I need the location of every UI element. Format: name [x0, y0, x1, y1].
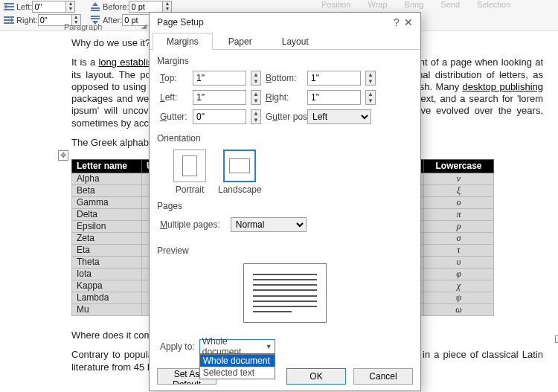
orientation-row: Portrait Landscape — [173, 150, 413, 195]
indent-left-label: Left: — [16, 2, 32, 11]
margin-gutter-spinner[interactable]: ▲▼ — [251, 109, 261, 124]
paragraph-group-label: Paragraph — [64, 22, 102, 31]
cell-lowercase[interactable]: ω — [424, 304, 494, 316]
cell-letter-name[interactable]: Beta — [72, 185, 142, 197]
cell-lowercase[interactable]: ο — [424, 197, 494, 209]
cell-letter-name[interactable]: Gamma — [72, 197, 142, 209]
margin-bottom-input[interactable] — [307, 71, 361, 86]
section-orientation-label: Orientation — [157, 133, 413, 144]
landscape-page-icon — [229, 158, 250, 173]
margin-top-input[interactable] — [193, 71, 246, 86]
ok-button[interactable]: OK — [286, 368, 346, 385]
svg-marker-8 — [92, 2, 98, 6]
dialog-footer: Set As Default OK Cancel — [150, 364, 420, 391]
multiple-pages-select[interactable]: Normal — [231, 217, 307, 232]
cell-letter-name[interactable]: Alpha — [72, 173, 142, 185]
tab-layout[interactable]: Layout — [268, 33, 323, 50]
margin-right-spinner[interactable]: ▲▼ — [365, 90, 376, 105]
section-pages-label: Pages — [157, 201, 413, 211]
table-resize-handle-icon[interactable] — [555, 335, 558, 343]
th-letter-name[interactable]: Letter name — [72, 160, 142, 173]
cell-lowercase[interactable]: σ — [424, 233, 494, 245]
dialog-tabs: Margins Paper Layout — [150, 32, 420, 50]
margin-right-label: Right: — [266, 92, 307, 103]
tab-paper[interactable]: Paper — [214, 33, 266, 50]
orientation-landscape[interactable]: Landscape — [218, 150, 262, 195]
orientation-landscape-label: Landscape — [218, 184, 262, 195]
portrait-page-icon — [182, 155, 197, 176]
cancel-button[interactable]: Cancel — [353, 368, 413, 385]
paragraph-launcher-icon[interactable]: ◢ — [141, 22, 147, 30]
cell-letter-name[interactable]: Kappa — [72, 280, 142, 292]
apply-to-combobox[interactable]: Whole document ▼ Whole document Selected… — [199, 339, 275, 354]
cell-letter-name[interactable]: Delta — [72, 209, 142, 221]
cell-lowercase[interactable]: π — [424, 209, 494, 221]
cell-letter-name[interactable]: Zeta — [72, 233, 142, 245]
svg-rect-9 — [91, 7, 100, 9]
cell-lowercase[interactable]: φ — [424, 269, 494, 280]
dialog-help-icon[interactable]: ? — [391, 16, 403, 28]
margin-top-spinner[interactable]: ▲▼ — [251, 71, 261, 86]
doc-link-desktop-publishing[interactable]: desktop publishing — [463, 81, 543, 92]
ribbon-wrap[interactable]: Wrap — [368, 0, 387, 9]
indent-right-icon — [3, 14, 15, 26]
margin-right-input[interactable] — [307, 90, 361, 105]
cell-letter-name[interactable]: Epsilon — [72, 221, 142, 233]
ribbon-selection[interactable]: Selection — [477, 0, 510, 9]
ribbon-bring[interactable]: Bring — [405, 0, 424, 9]
tab-margins[interactable]: Margins — [153, 33, 213, 50]
margin-left-spinner[interactable]: ▲▼ — [251, 90, 261, 105]
indent-left-icon — [3, 1, 15, 13]
gutter-position-select[interactable]: Left — [307, 109, 371, 124]
cell-letter-name[interactable]: Lambda — [72, 292, 142, 304]
svg-rect-2 — [4, 9, 14, 10]
orientation-portrait[interactable]: Portrait — [173, 150, 206, 195]
indent-left-spinner[interactable]: ▲▼ — [66, 1, 75, 13]
svg-rect-0 — [4, 3, 14, 4]
table-move-handle-icon[interactable]: ✥ — [58, 150, 68, 161]
svg-rect-11 — [91, 16, 100, 17]
cell-lowercase[interactable]: ν — [424, 173, 494, 185]
th-lowercase[interactable]: Lowercase — [424, 160, 494, 173]
margin-top-label: Top: — [160, 73, 193, 83]
apply-to-dropdown-list: Whole document Selected text — [199, 354, 275, 379]
cell-letter-name[interactable]: Eta — [72, 245, 142, 257]
dialog-close-icon[interactable]: ✕ — [403, 16, 414, 28]
indent-right-label: Right: — [16, 16, 38, 25]
spacing-before-spinner[interactable]: ▲▼ — [163, 1, 172, 13]
cell-lowercase[interactable]: χ — [424, 280, 494, 292]
cell-lowercase[interactable]: ξ — [424, 185, 494, 197]
ribbon-send[interactable]: Send — [440, 0, 460, 9]
cell-lowercase[interactable]: ρ — [424, 221, 494, 233]
ribbon-right-fragment: Position Wrap Bring Send Selection Group — [307, 0, 551, 9]
margins-grid: Top: ▲▼ Bottom: ▲▼ Left: ▲▼ Right: ▲▼ Gu… — [160, 71, 413, 124]
multiple-pages-label: Multiple pages: — [160, 219, 220, 230]
svg-marker-7 — [11, 18, 14, 22]
cell-letter-name[interactable]: Iota — [72, 269, 142, 280]
ribbon-position[interactable]: Position — [321, 0, 350, 9]
dialog-body: Margins Top: ▲▼ Bottom: ▲▼ Left: ▲▼ Righ… — [150, 50, 420, 364]
cell-lowercase[interactable]: τ — [424, 245, 494, 257]
chevron-down-icon: ▼ — [266, 343, 272, 350]
apply-option-selected-text[interactable]: Selected text — [200, 367, 275, 379]
margin-bottom-spinner[interactable]: ▲▼ — [365, 71, 376, 86]
svg-rect-10 — [91, 10, 100, 11]
apply-option-whole-document[interactable]: Whole document — [200, 355, 275, 367]
cell-lowercase[interactable]: υ — [424, 257, 494, 269]
preview-page-icon — [243, 263, 327, 323]
page-setup-dialog: Page Setup ? ✕ Margins Paper Layout Marg… — [149, 12, 421, 391]
svg-rect-6 — [4, 22, 14, 24]
cell-lowercase[interactable]: ψ — [424, 292, 494, 304]
indent-left-input[interactable] — [32, 1, 66, 13]
margin-bottom-label: Bottom: — [266, 73, 307, 83]
gutter-position-label: Gutter position: — [266, 112, 307, 122]
margin-gutter-input[interactable] — [193, 109, 246, 124]
spacing-before-input[interactable] — [129, 1, 163, 13]
cell-letter-name[interactable]: Theta — [72, 257, 142, 269]
cell-letter-name[interactable]: Mu — [72, 304, 142, 316]
margin-gutter-label: Gutter: — [160, 112, 193, 122]
margin-left-label: Left: — [160, 92, 193, 103]
margin-left-input[interactable] — [193, 90, 246, 105]
svg-rect-1 — [7, 6, 14, 7]
dialog-titlebar[interactable]: Page Setup ? ✕ — [150, 13, 420, 32]
